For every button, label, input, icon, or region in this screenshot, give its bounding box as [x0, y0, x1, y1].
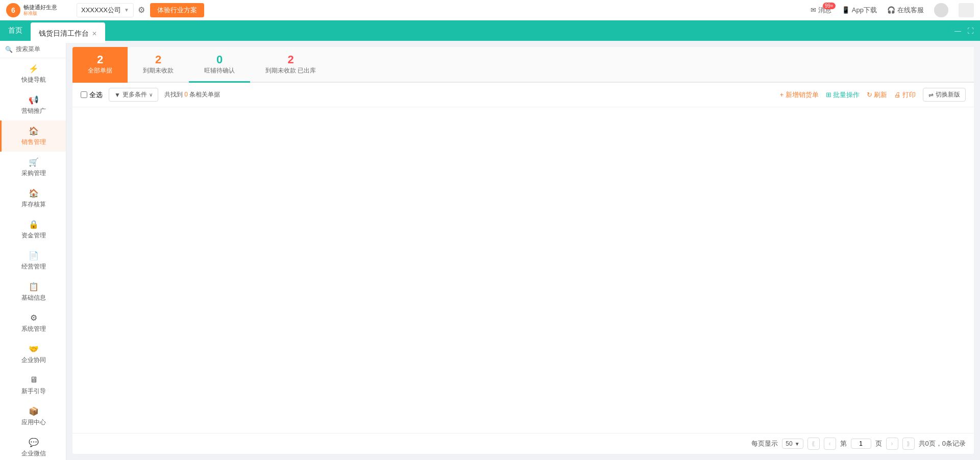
nav-tab-actions: — ⛶ [954, 20, 980, 41]
sidebar-item-operations[interactable]: 📄 经营管理 [0, 245, 66, 276]
first-page-button[interactable]: ⟪ [807, 438, 820, 450]
avatar[interactable] [934, 3, 948, 17]
download-icon: 📱 [842, 6, 850, 14]
print-icon: 🖨 [894, 91, 901, 99]
sidebar-item-marketing[interactable]: 📢 营销推广 [0, 89, 66, 120]
page-label-suffix: 页 [875, 439, 882, 448]
system-icon: ⚙ [29, 312, 39, 323]
tab-workbench[interactable]: 钱货日清工作台 ✕ [31, 22, 105, 43]
pagination-bar: 每页显示 50 ▼ ⟪ ‹ 第 页 › ⟫ 共0页，0条记录 [72, 433, 974, 454]
sidebar-item-sales[interactable]: 🏠 销售管理 [0, 120, 66, 152]
marketing-icon: 📢 [29, 94, 39, 105]
capital-icon: 🔒 [29, 219, 39, 229]
online-service-item[interactable]: 🎧 在线客服 [887, 6, 924, 15]
company-selector[interactable]: XXXXXX公司 ▼ [77, 3, 134, 17]
message-badge: 99+ [823, 3, 836, 9]
filter-button[interactable]: ▼ 更多条件 ∨ [109, 88, 158, 102]
message-icon: ✉ [811, 6, 816, 14]
service-icon: 🎧 [887, 6, 895, 14]
logo-icon: 6 [6, 3, 20, 17]
toolbar-right: + 新增销货单 ⊞ 批量操作 ↻ 刷新 🖨 打印 ⇌ [780, 88, 966, 102]
stats-tab-all[interactable]: 2 全部单据 [72, 47, 128, 83]
switch-icon: ⇌ [928, 91, 934, 99]
inventory-icon: 🏠 [29, 188, 39, 198]
settings-icon[interactable]: ⚙ [138, 5, 145, 15]
logo-text: 畅捷通好生意 标准版 [23, 4, 57, 17]
sidebar-item-basic-info[interactable]: 📋 基础信息 [0, 276, 66, 307]
header-right: ✉ 消息 99+ 📱 App下载 🎧 在线客服 [811, 3, 974, 17]
batch-icon: ⊞ [826, 91, 831, 99]
stats-tab-overdue-out[interactable]: 2 到期未收款 已出库 [250, 47, 331, 83]
batch-operation-button[interactable]: ⊞ 批量操作 [826, 90, 860, 100]
switch-new-version-button[interactable]: ⇌ 切换新版 [923, 88, 966, 102]
minimize-icon[interactable]: — [954, 27, 961, 35]
sidebar: 🔍 搜索菜单 ⚡ 快捷导航 📢 营销推广 🏠 销售管理 🛒 采购管理 🏠 库存核… [0, 41, 66, 460]
select-all-input[interactable] [81, 91, 87, 98]
new-guide-icon: 🖥 [29, 375, 39, 385]
total-info: 共0页，0条记录 [919, 439, 966, 448]
page-number-input[interactable] [851, 439, 871, 449]
search-icon: 🔍 [5, 46, 13, 53]
select-all-checkbox[interactable]: 全选 [81, 90, 103, 100]
sidebar-item-capital[interactable]: 🔒 资金管理 [0, 214, 66, 245]
top-header: 6 畅捷通好生意 标准版 XXXXXX公司 ▼ ⚙ 体验行业方案 ✉ 消息 99… [0, 0, 980, 20]
chevron-down-icon: ∨ [149, 92, 153, 98]
per-page-select[interactable]: 50 ▼ [782, 439, 803, 449]
search-menu-item[interactable]: 🔍 搜索菜单 [0, 41, 66, 58]
content-panel: 2 全部单据 2 到期未收款 0 旺辅待确认 2 到期未收款 已出库 [72, 47, 974, 454]
message-item[interactable]: ✉ 消息 99+ [811, 6, 831, 15]
table-area [72, 107, 974, 433]
prev-page-button[interactable]: ‹ [824, 438, 836, 450]
sidebar-item-new-guide[interactable]: 🖥 新手引导 [0, 370, 66, 401]
user-name-area [959, 3, 974, 17]
stats-tab-pending-confirm[interactable]: 0 旺辅待确认 [189, 47, 250, 83]
main-content: 2 全部单据 2 到期未收款 0 旺辅待确认 2 到期未收款 已出库 [66, 41, 980, 460]
filter-icon: ▼ [114, 91, 120, 99]
refresh-icon: ↻ [867, 91, 872, 99]
sidebar-item-quick-nav[interactable]: ⚡ 快捷导航 [0, 58, 66, 89]
add-sales-order-button[interactable]: + 新增销货单 [780, 90, 819, 100]
quick-nav-icon: ⚡ [29, 63, 39, 74]
app-center-icon: 📦 [29, 406, 39, 416]
refresh-button[interactable]: ↻ 刷新 [867, 90, 887, 100]
sidebar-item-purchase[interactable]: 🛒 采购管理 [0, 152, 66, 183]
app-download-item[interactable]: 📱 App下载 [842, 6, 877, 15]
last-page-button[interactable]: ⟫ [902, 438, 915, 450]
trial-button[interactable]: 体验行业方案 [150, 3, 204, 17]
sales-icon: 🏠 [29, 126, 39, 136]
sidebar-item-app-center[interactable]: 📦 应用中心 [0, 401, 66, 432]
purchase-icon: 🛒 [29, 157, 39, 167]
operations-icon: 📄 [29, 250, 39, 260]
found-text: 共找到 0 条相关单据 [164, 90, 220, 99]
nav-tabs: 首页 钱货日清工作台 ✕ — ⛶ [0, 20, 980, 41]
stats-tabs: 2 全部单据 2 到期未收款 0 旺辅待确认 2 到期未收款 已出库 [72, 47, 974, 83]
per-page-label: 每页显示 [751, 439, 778, 448]
logo-area: 6 畅捷通好生意 标准版 [6, 3, 72, 17]
tab-home[interactable]: 首页 [0, 20, 31, 41]
close-tab-icon[interactable]: ✕ [92, 30, 97, 37]
page-label: 第 [840, 439, 847, 448]
stats-tab-overdue[interactable]: 2 到期未收款 [128, 47, 189, 83]
toolbar: 全选 ▼ 更多条件 ∨ 共找到 0 条相关单据 + 新增销货单 [72, 83, 974, 107]
sidebar-item-system[interactable]: ⚙ 系统管理 [0, 307, 66, 338]
chevron-down-icon: ▼ [795, 441, 800, 447]
sidebar-item-wechat[interactable]: 💬 企业微信 [0, 432, 66, 460]
wechat-icon: 💬 [29, 437, 39, 447]
next-page-button[interactable]: › [886, 438, 898, 450]
sidebar-item-inventory[interactable]: 🏠 库存核算 [0, 183, 66, 214]
expand-icon[interactable]: ⛶ [967, 27, 974, 35]
enterprise-coop-icon: 🤝 [29, 344, 39, 354]
print-button[interactable]: 🖨 打印 [894, 90, 916, 100]
chevron-down-icon: ▼ [124, 7, 129, 13]
sidebar-item-enterprise-coop[interactable]: 🤝 企业协同 [0, 338, 66, 370]
main-layout: 🔍 搜索菜单 ⚡ 快捷导航 📢 营销推广 🏠 销售管理 🛒 采购管理 🏠 库存核… [0, 41, 980, 460]
basic-info-icon: 📋 [29, 281, 39, 292]
